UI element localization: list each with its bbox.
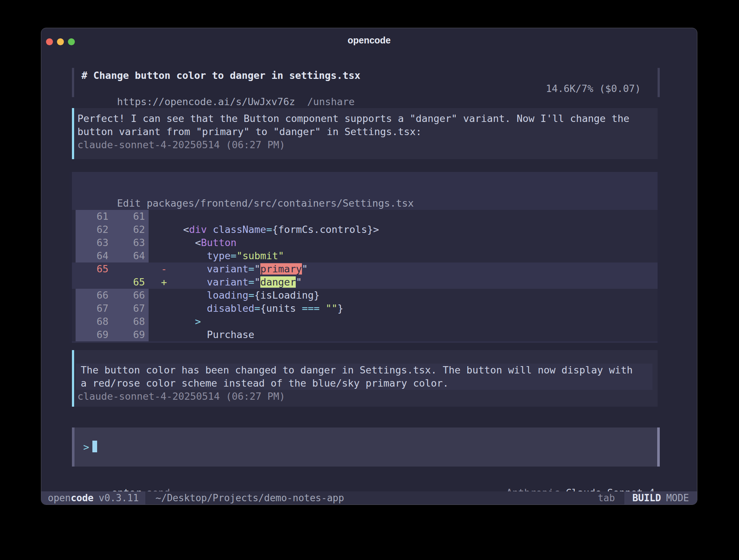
session-title: # Change button color to danger in setti…: [81, 69, 360, 82]
diff-row: 65+ variant="danger": [72, 276, 658, 289]
code-line: <div className={formCs.controls}>: [171, 223, 379, 236]
line-number-gutter: 6868: [76, 315, 149, 328]
text-cursor: [92, 441, 97, 452]
tab-key-hint: tab: [598, 491, 615, 505]
prompt-chevron: >: [83, 441, 89, 453]
diff-marker: [161, 210, 171, 223]
diff-marker: [161, 236, 171, 249]
app-name-regular: open: [48, 492, 71, 503]
window-title: opencode: [41, 35, 697, 45]
edited-file-path: packages/frontend/src/containers/Setting…: [147, 197, 414, 209]
message-line: The button color has been changed to dan…: [77, 364, 652, 377]
diff-marker: [161, 249, 171, 262]
token-usage-cost: 14.6K/7% ($0.07): [546, 82, 641, 95]
diff-marker: [161, 328, 171, 341]
app-name-bold: code: [71, 492, 94, 503]
keybind-hints-row: entersend AnthropicClaude Sonnet 4: [41, 473, 697, 486]
diff-row: 6868 >: [72, 315, 658, 328]
mode-name: BUILD: [632, 492, 661, 503]
code-line: >: [171, 315, 201, 328]
diff-marker: [161, 289, 171, 302]
app-version-chip: opencodev0.3.11: [41, 491, 145, 505]
status-bar: opencodev0.3.11 ~/Desktop/Projects/demo-…: [41, 491, 697, 505]
code-line: Purchase: [171, 328, 254, 341]
header-right-rail: [658, 68, 660, 97]
line-number-gutter: 6464: [76, 249, 149, 262]
session-header: # Change button color to danger in setti…: [72, 68, 660, 97]
line-number-gutter: 6161: [76, 210, 149, 223]
unshare-command[interactable]: /unshare: [307, 96, 355, 107]
code-line: variant="primary": [171, 262, 308, 276]
line-number-gutter: 6767: [76, 302, 149, 315]
line-number-gutter: 6363: [76, 236, 149, 249]
diff-marker: [161, 223, 171, 236]
diff-row: 6262 <div className={formCs.controls}>: [72, 223, 658, 236]
diff-row: 6363 <Button: [72, 236, 658, 249]
edit-tool-block: Edit packages/frontend/src/containers/Se…: [70, 172, 660, 343]
code-line: type="submit": [171, 249, 284, 262]
mode-indicator: BUILDMODE: [624, 491, 697, 505]
line-number-gutter: 6969: [76, 328, 149, 341]
diff-row: 6161: [72, 210, 658, 223]
diff-view: 61616262 <div className={formCs.controls…: [72, 210, 658, 341]
diff-rows: 61616262 <div className={formCs.controls…: [72, 210, 658, 341]
code-line: <Button: [171, 236, 237, 249]
diff-row: 6666 loading={isLoading}: [72, 289, 658, 302]
assistant-message: Perfect! I can see that the Button compo…: [72, 108, 658, 159]
message-line: Perfect! I can see that the Button compo…: [74, 112, 658, 125]
message-paragraph: The button color has been changed to dan…: [76, 364, 652, 390]
share-url-link[interactable]: https://opencode.ai/s/UwJxv76z: [117, 96, 295, 107]
line-number-gutter: 65: [76, 276, 149, 289]
code-line: loading={isLoading}: [171, 289, 319, 302]
diff-row: 65- variant="primary": [72, 262, 658, 276]
diff-row: 6969 Purchase: [72, 328, 658, 341]
diff-row: 6767 disabled={units === ""}: [72, 302, 658, 315]
message-line: a red/rose color scheme instead of the b…: [77, 377, 652, 390]
code-line: variant="danger": [171, 276, 302, 289]
opencode-terminal-window: opencode # Change button color to danger…: [41, 28, 697, 505]
diff-marker: +: [161, 276, 171, 289]
line-number-gutter: 65: [76, 262, 149, 276]
diff-marker: -: [161, 262, 171, 276]
diff-marker: [161, 302, 171, 315]
window-titlebar: opencode: [41, 28, 697, 49]
diff-row: 6464 type="submit": [72, 249, 658, 262]
app-version: v0.3.11: [99, 492, 139, 503]
header-left-rail: [72, 68, 74, 97]
assistant-message: The button color has been changed to dan…: [72, 350, 658, 407]
message-line: button variant from "primary" to "danger…: [74, 125, 658, 138]
edit-action-label: Edit: [117, 197, 141, 209]
prompt-input[interactable]: >: [72, 427, 660, 467]
model-timestamp: claude-sonnet-4-20250514 (06:27 PM): [74, 390, 658, 403]
working-directory: ~/Desktop/Projects/demo-notes-app: [156, 491, 598, 505]
diff-marker: [161, 315, 171, 328]
line-number-gutter: 6262: [76, 223, 149, 236]
mode-suffix: MODE: [666, 492, 689, 503]
model-timestamp: claude-sonnet-4-20250514 (06:27 PM): [74, 138, 658, 151]
code-line: disabled={units === ""}: [171, 302, 343, 315]
line-number-gutter: 6666: [76, 289, 149, 302]
